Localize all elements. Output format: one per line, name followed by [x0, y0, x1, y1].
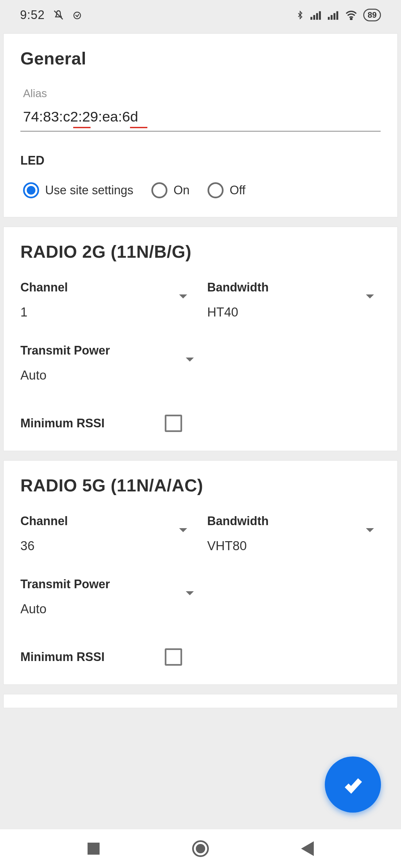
status-time: 9:52: [20, 8, 45, 22]
bandwidth-5g-dropdown[interactable]: Bandwidth VHT80: [207, 514, 381, 553]
circle-icon: [192, 840, 209, 857]
bandwidth-2g-dropdown[interactable]: Bandwidth HT40: [207, 280, 381, 319]
square-icon: [88, 843, 99, 855]
chevron-down-icon: [366, 528, 374, 532]
save-fab[interactable]: [325, 756, 381, 813]
bluetooth-icon: [296, 9, 305, 21]
radio-icon: [207, 182, 224, 198]
home-button[interactable]: [180, 835, 221, 862]
svg-line-0: [54, 11, 63, 19]
svg-rect-3: [313, 15, 315, 20]
dropdown-value: 1: [20, 305, 194, 319]
led-radio-group: Use site settings On Off: [20, 182, 381, 198]
recents-button[interactable]: [74, 835, 114, 862]
spellcheck-underline: [73, 127, 91, 128]
radio-label: On: [173, 183, 190, 197]
txpower-5g-dropdown[interactable]: Transmit Power Auto: [20, 577, 200, 616]
min-rssi-2g-checkbox[interactable]: [165, 415, 182, 432]
txpower-2g-dropdown[interactable]: Transmit Power Auto: [20, 344, 200, 382]
radio-icon: [23, 182, 39, 198]
dropdown-label: Transmit Power: [20, 577, 200, 591]
svg-point-10: [350, 18, 352, 20]
back-button[interactable]: [287, 835, 327, 862]
svg-rect-4: [316, 13, 318, 20]
led-label: LED: [20, 154, 381, 167]
wifi-icon: [345, 10, 357, 20]
chevron-down-icon: [179, 528, 187, 532]
led-option-off[interactable]: Off: [207, 182, 245, 198]
dropdown-label: Transmit Power: [20, 344, 200, 358]
radio-icon: [151, 182, 167, 198]
check-icon: [342, 774, 364, 795]
signal-1-icon: [310, 10, 322, 20]
dropdown-label: Bandwidth: [207, 514, 381, 528]
triangle-left-icon: [301, 841, 314, 856]
system-nav-bar: [0, 829, 401, 868]
dropdown-label: Channel: [20, 280, 194, 294]
channel-5g-dropdown[interactable]: Channel 36: [20, 514, 194, 553]
card-general: General Alias LED Use site settings On O…: [3, 33, 398, 217]
svg-rect-8: [334, 13, 336, 20]
battery-level: 89: [363, 9, 381, 21]
card-title-radio-2g: RADIO 2G (11N/B/G): [20, 242, 381, 262]
radio-label: Use site settings: [45, 183, 133, 197]
min-rssi-5g-checkbox[interactable]: [165, 648, 182, 666]
channel-2g-dropdown[interactable]: Channel 1: [20, 280, 194, 319]
card-radio-5g: RADIO 5G (11N/A/AC) Channel 36 Bandwidth…: [3, 460, 398, 685]
alias-label: Alias: [20, 87, 381, 100]
alarm-icon: [72, 10, 82, 20]
chevron-down-icon: [186, 591, 194, 595]
min-rssi-5g-label: Minimum RSSI: [20, 650, 105, 664]
led-option-site[interactable]: Use site settings: [23, 182, 133, 198]
spellcheck-underline: [130, 127, 147, 128]
dropdown-label: Bandwidth: [207, 280, 381, 294]
status-bar: 9:52 8: [0, 0, 401, 30]
chevron-down-icon: [179, 294, 187, 299]
dropdown-value: HT40: [207, 305, 381, 319]
chevron-down-icon: [186, 358, 194, 362]
svg-point-1: [74, 12, 81, 19]
svg-rect-7: [331, 15, 333, 20]
mute-icon: [53, 9, 64, 21]
dropdown-value: VHT80: [207, 539, 381, 553]
radio-label: Off: [230, 183, 245, 197]
min-rssi-2g-label: Minimum RSSI: [20, 416, 105, 430]
svg-rect-6: [328, 17, 330, 20]
signal-2-icon: [328, 10, 339, 20]
card-title-general: General: [20, 49, 381, 68]
dropdown-label: Channel: [20, 514, 194, 528]
dropdown-value: 36: [20, 539, 194, 553]
card-title-radio-5g: RADIO 5G (11N/A/AC): [20, 475, 381, 495]
chevron-down-icon: [366, 294, 374, 299]
svg-rect-5: [319, 11, 321, 20]
dropdown-value: Auto: [20, 368, 200, 382]
svg-rect-2: [310, 17, 312, 20]
card-next-partial: [3, 694, 398, 708]
settings-scroll[interactable]: General Alias LED Use site settings On O…: [0, 30, 401, 829]
svg-rect-9: [337, 11, 339, 20]
card-radio-2g: RADIO 2G (11N/B/G) Channel 1 Bandwidth H…: [3, 227, 398, 451]
dropdown-value: Auto: [20, 602, 200, 616]
led-option-on[interactable]: On: [151, 182, 190, 198]
